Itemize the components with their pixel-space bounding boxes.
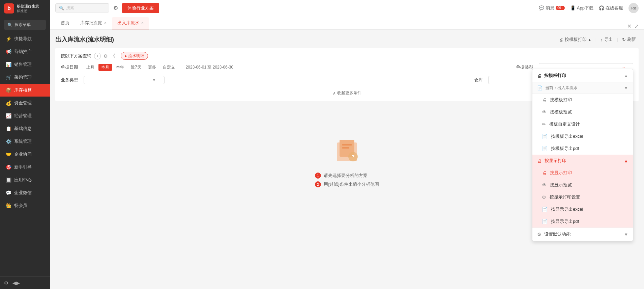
display-print-item[interactable]: 🖨 按显示打印 [532, 167, 633, 179]
tab-home[interactable]: 首页 [55, 17, 75, 29]
date-btn-more[interactable]: 更多 [145, 64, 159, 71]
template-pdf-icon: 📄 [542, 146, 548, 151]
finance-icon: 💰 [5, 100, 11, 106]
template-print-item[interactable]: 🖨 按模板打印 [532, 94, 633, 106]
message-button[interactable]: 💬 消息 99+ [539, 5, 565, 11]
sidebar-item-inventory[interactable]: 📦 库存核算 [0, 84, 50, 97]
filter-add-button[interactable]: + [94, 53, 101, 59]
tab-batch-account-close[interactable]: × [104, 21, 107, 25]
search-menu-button[interactable]: 🔍 搜索菜单 [4, 20, 46, 30]
svg-rect-3 [342, 147, 349, 149]
template-export-pdf-item[interactable]: 📄 按模板导出pdf [532, 142, 633, 155]
date-quick-buttons: 上月 本月 本年 近7天 更多 自定义 [84, 64, 178, 71]
display-print-icon: 🖨 [542, 170, 547, 176]
sidebar-item-quick-nav[interactable]: ⚡ 快捷导航 [0, 32, 50, 45]
system-icon: ⚙️ [5, 138, 11, 144]
sidebar-search-area: 🔍 搜索菜单 [0, 17, 50, 32]
display-preview-icon: 👁 [542, 182, 547, 188]
cooperation-icon: 🤝 [5, 151, 11, 157]
collapse-button[interactable]: ∧ 收起更多条件 [333, 90, 361, 96]
warehouse-label: 仓库 [474, 77, 483, 83]
display-export-pdf-item[interactable]: 📄 按显示导出pdf [532, 215, 633, 228]
display-preview-item[interactable]: 👁 按显示预览 [532, 179, 633, 191]
date-btn-custom[interactable]: 自定义 [160, 64, 178, 71]
sidebar-item-system[interactable]: ⚙️ 系统管理 [0, 135, 50, 148]
current-template-row: 📄 当前：出入库流水 ▼ [532, 82, 633, 94]
sidebar-navigation: ⚡ 快捷导航 📢 营销推广 📊 销售管理 🛒 采购管理 📦 库存核算 💰 资金管… [0, 32, 50, 277]
search-icon: 🔍 [7, 23, 12, 27]
export-button[interactable]: ↑ 导出 [598, 35, 616, 44]
sidebar-item-operations[interactable]: 📈 经营管理 [0, 109, 50, 122]
template-preview-item[interactable]: 👁 按模板预览 [532, 106, 633, 118]
online-service-button[interactable]: 🎧 在线客服 [599, 5, 623, 11]
close-all-tabs-icon[interactable]: ✕ [627, 23, 632, 29]
trial-button[interactable]: 体验行业方案 [122, 3, 159, 13]
filter-label-area: 按以下方案查询 + ⚙ 《 [61, 53, 115, 59]
top-header: 🔍 搜索 ⚙ 体验行业方案 💬 消息 99+ 📱 App下载 🎧 在线客服 Ri… [50, 0, 644, 16]
dropdown-printer-icon: 🖨 [537, 73, 541, 78]
sidebar-item-sales[interactable]: 📊 销售管理 [0, 58, 50, 71]
collapse-sidebar-icon[interactable]: ◀▶ [12, 280, 20, 286]
guide-icon: 🎯 [5, 164, 11, 170]
empty-steps: 1 请先选择要分析的方案 2 用[过滤]条件来缩小分析范围 [315, 173, 379, 187]
logo-icon: b [4, 3, 14, 14]
date-btn-last-month[interactable]: 上月 [84, 64, 97, 71]
sidebar-item-cooperation[interactable]: 🤝 企业协同 [0, 148, 50, 161]
operations-icon: 📈 [5, 113, 11, 119]
header-gear-icon[interactable]: ⚙ [113, 5, 118, 11]
date-btn-7days[interactable]: 近7天 [128, 64, 144, 71]
display-print-section-icon: 🖨 [537, 158, 542, 163]
date-btn-this-year[interactable]: 本年 [113, 64, 127, 71]
print-template-button[interactable]: 🖨 按模板打印 ▲ [556, 35, 594, 44]
template-export-excel-item[interactable]: 📄 按模板导出excel [532, 130, 633, 142]
sidebar-item-app-center[interactable]: 🔲 应用中心 [0, 174, 50, 186]
message-icon: 💬 [539, 5, 544, 10]
tab-batch-account[interactable]: 库存批次账 × [75, 17, 112, 29]
sidebar-item-wechat[interactable]: 💬 企业微信 [0, 186, 50, 199]
filter-collapse-icon[interactable]: 《 [111, 53, 115, 59]
template-custom-item[interactable]: ✏ 模板自定义设计 [532, 118, 633, 130]
template-print-icon: 🖨 [542, 97, 547, 103]
sidebar-item-purchase[interactable]: 🛒 采购管理 [0, 71, 50, 84]
svg-rect-2 [342, 144, 352, 146]
sidebar-item-finance[interactable]: 💰 资金管理 [0, 97, 50, 109]
display-print-settings-item[interactable]: ⚙ 按显示打印设置 [532, 191, 633, 203]
sidebar-item-guide[interactable]: 🎯 新手引导 [0, 161, 50, 174]
tab-flow[interactable]: 出入库流水 × [112, 17, 149, 29]
date-range-display: 2023-06-01 至 2023-06-30 [186, 64, 233, 70]
app-download-icon: 📱 [570, 5, 576, 10]
display-print-section: 🖨 按显示打印 👁 按显示预览 ⚙ 按显示打印设置 📄 按显示导出excel [532, 167, 633, 228]
sidebar-item-vip[interactable]: 👑 畅会员 [0, 199, 50, 212]
sidebar-item-basic-info[interactable]: 📋 基础信息 [0, 122, 50, 135]
sidebar: b 畅捷通好生意 标准版 🔍 搜索菜单 ⚡ 快捷导航 📢 营销推广 📊 销售管理… [0, 0, 50, 289]
refresh-button[interactable]: ↻ 刷新 [619, 35, 639, 44]
tab-flow-close[interactable]: × [141, 21, 144, 25]
filter-settings-icon[interactable]: ⚙ [104, 53, 108, 59]
set-default-icon: ⚙ [537, 232, 541, 237]
biz-type-select[interactable]: ▼ [84, 76, 165, 84]
display-print-section-header[interactable]: 🖨 按显示打印 ▲ [532, 155, 633, 167]
logo-text: 畅捷通好生意 标准版 [17, 4, 39, 14]
template-excel-icon: 📄 [542, 134, 548, 139]
date-btn-this-month[interactable]: 本月 [98, 64, 112, 71]
sidebar-item-marketing[interactable]: 📢 营销推广 [0, 45, 50, 58]
sidebar-bottom: ⚙ ◀▶ [0, 277, 50, 289]
vip-icon: 👑 [5, 203, 11, 209]
filter-tag-icon: ● [124, 54, 127, 58]
inventory-icon: 📦 [5, 87, 11, 93]
basic-info-icon: 📋 [5, 126, 11, 132]
maximize-tab-icon[interactable]: ⤢ [634, 23, 639, 29]
active-filter-tag[interactable]: ● 流水明细 [121, 52, 148, 60]
filter-main-label: 按以下方案查询 [61, 53, 91, 59]
chevron-up-collapse-icon: ∧ [333, 91, 336, 96]
set-default-button[interactable]: ⚙ 设置默认功能 ▼ [532, 228, 633, 241]
dropdown-collapse-icon[interactable]: ▲ [624, 73, 628, 78]
app-download-button[interactable]: 📱 App下载 [570, 5, 593, 11]
display-export-excel-item[interactable]: 📄 按显示导出excel [532, 203, 633, 215]
template-preview-icon: 👁 [542, 109, 547, 115]
user-avatar[interactable]: Rit [628, 3, 639, 13]
current-chevron-icon[interactable]: ▼ [624, 85, 628, 90]
display-section-chevron-icon: ▲ [624, 158, 628, 163]
display-excel-icon: 📄 [542, 207, 548, 212]
settings-bottom-icon[interactable]: ⚙ [4, 280, 8, 286]
